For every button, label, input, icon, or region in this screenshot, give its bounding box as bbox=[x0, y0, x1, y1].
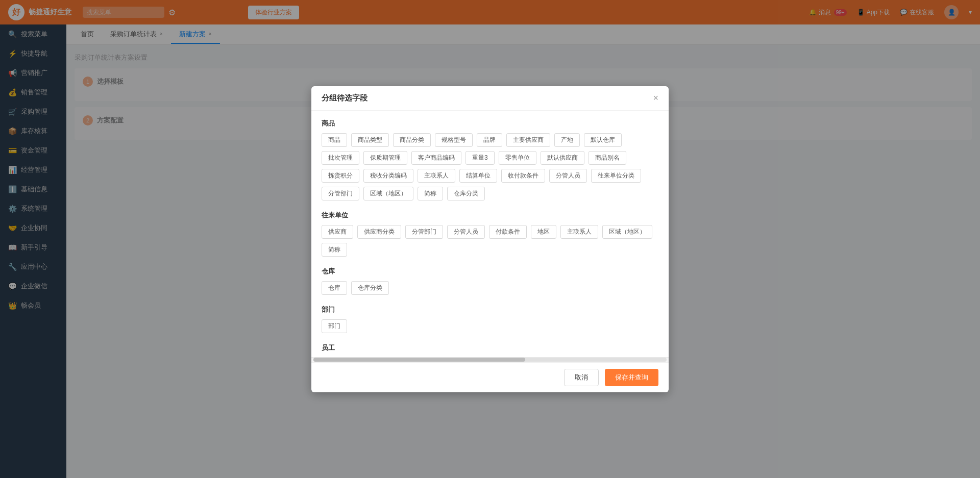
horizontal-scrollbar[interactable] bbox=[313, 358, 667, 362]
field-tag-0-21[interactable]: 往来单位分类 bbox=[591, 169, 641, 183]
modal-scrollbar-area bbox=[311, 357, 669, 362]
scrollbar-thumb bbox=[313, 358, 525, 362]
field-tag-0-5[interactable]: 主要供应商 bbox=[506, 133, 550, 147]
field-tag-0-11[interactable]: 重量3 bbox=[465, 151, 495, 165]
field-tags-1: 供应商供应商分类分管部门分管人员付款条件地区主联系人区域（地区）简称 bbox=[322, 225, 658, 257]
field-tags-2: 仓库仓库分类 bbox=[322, 281, 658, 295]
field-tag-0-18[interactable]: 结算单位 bbox=[459, 169, 497, 183]
field-tag-0-1[interactable]: 商品类型 bbox=[351, 133, 389, 147]
field-tag-1-5[interactable]: 地区 bbox=[531, 225, 556, 239]
save-button[interactable]: 保存并查询 bbox=[605, 369, 658, 386]
field-tag-1-1[interactable]: 供应商分类 bbox=[357, 225, 401, 239]
field-tags-3: 部门 bbox=[322, 319, 658, 333]
modal-title: 分组待选字段 bbox=[322, 93, 368, 103]
field-tag-0-16[interactable]: 税收分类编码 bbox=[363, 169, 413, 183]
modal-close-button[interactable]: × bbox=[653, 93, 658, 103]
field-tag-0-10[interactable]: 客户商品编码 bbox=[411, 151, 461, 165]
field-group-1: 往来单位供应商供应商分类分管部门分管人员付款条件地区主联系人区域（地区）简称 bbox=[322, 211, 658, 257]
field-tag-3-0[interactable]: 部门 bbox=[322, 319, 347, 333]
field-tag-0-2[interactable]: 商品分类 bbox=[393, 133, 431, 147]
modal-footer: 取消 保存并查询 bbox=[311, 362, 669, 392]
field-tag-0-24[interactable]: 简称 bbox=[418, 187, 443, 200]
modal-overlay: 分组待选字段 × 商品商品商品类型商品分类规格型号品牌主要供应商产地默认仓库批次… bbox=[0, 0, 980, 478]
cancel-button[interactable]: 取消 bbox=[564, 369, 599, 386]
field-group-title-4: 员工 bbox=[322, 343, 658, 353]
field-select-modal: 分组待选字段 × 商品商品商品类型商品分类规格型号品牌主要供应商产地默认仓库批次… bbox=[311, 86, 669, 392]
field-tag-1-4[interactable]: 付款条件 bbox=[489, 225, 527, 239]
field-tag-0-23[interactable]: 区域（地区） bbox=[363, 187, 413, 200]
field-tag-0-15[interactable]: 拣货积分 bbox=[322, 169, 359, 183]
field-group-title-2: 仓库 bbox=[322, 267, 658, 276]
field-group-2: 仓库仓库仓库分类 bbox=[322, 267, 658, 295]
field-tag-0-20[interactable]: 分管人员 bbox=[549, 169, 587, 183]
field-tag-2-0[interactable]: 仓库 bbox=[322, 281, 347, 295]
field-tag-2-1[interactable]: 仓库分类 bbox=[351, 281, 389, 295]
field-tag-0-3[interactable]: 规格型号 bbox=[435, 133, 473, 147]
field-tag-1-7[interactable]: 区域（地区） bbox=[602, 225, 652, 239]
field-tag-0-19[interactable]: 收付款条件 bbox=[501, 169, 545, 183]
field-tag-0-13[interactable]: 默认供应商 bbox=[541, 151, 584, 165]
field-group-title-3: 部门 bbox=[322, 305, 658, 314]
field-tag-0-6[interactable]: 产地 bbox=[554, 133, 580, 147]
field-tag-0-8[interactable]: 批次管理 bbox=[322, 151, 359, 165]
field-group-title-0: 商品 bbox=[322, 119, 658, 128]
field-tag-0-12[interactable]: 零售单位 bbox=[499, 151, 536, 165]
field-tags-0: 商品商品类型商品分类规格型号品牌主要供应商产地默认仓库批次管理保质期管理客户商品… bbox=[322, 133, 658, 200]
field-tag-0-7[interactable]: 默认仓库 bbox=[584, 133, 622, 147]
field-tag-0-14[interactable]: 商品别名 bbox=[589, 151, 626, 165]
field-group-0: 商品商品商品类型商品分类规格型号品牌主要供应商产地默认仓库批次管理保质期管理客户… bbox=[322, 119, 658, 200]
field-group-title-1: 往来单位 bbox=[322, 211, 658, 220]
field-tag-0-25[interactable]: 仓库分类 bbox=[447, 187, 485, 200]
field-tag-0-4[interactable]: 品牌 bbox=[477, 133, 502, 147]
modal-header: 分组待选字段 × bbox=[311, 86, 669, 111]
field-tag-0-0[interactable]: 商品 bbox=[322, 133, 347, 147]
field-tag-1-8[interactable]: 简称 bbox=[322, 243, 347, 257]
field-tag-1-2[interactable]: 分管部门 bbox=[405, 225, 443, 239]
field-tag-0-17[interactable]: 主联系人 bbox=[418, 169, 455, 183]
field-tag-1-6[interactable]: 主联系人 bbox=[560, 225, 598, 239]
field-tag-1-3[interactable]: 分管人员 bbox=[447, 225, 485, 239]
modal-body: 商品商品商品类型商品分类规格型号品牌主要供应商产地默认仓库批次管理保质期管理客户… bbox=[311, 111, 669, 358]
field-tag-0-22[interactable]: 分管部门 bbox=[322, 187, 359, 200]
field-tag-1-0[interactable]: 供应商 bbox=[322, 225, 353, 239]
field-group-3: 部门部门 bbox=[322, 305, 658, 333]
field-group-4: 员工业务员 bbox=[322, 343, 658, 358]
field-tag-0-9[interactable]: 保质期管理 bbox=[363, 151, 407, 165]
